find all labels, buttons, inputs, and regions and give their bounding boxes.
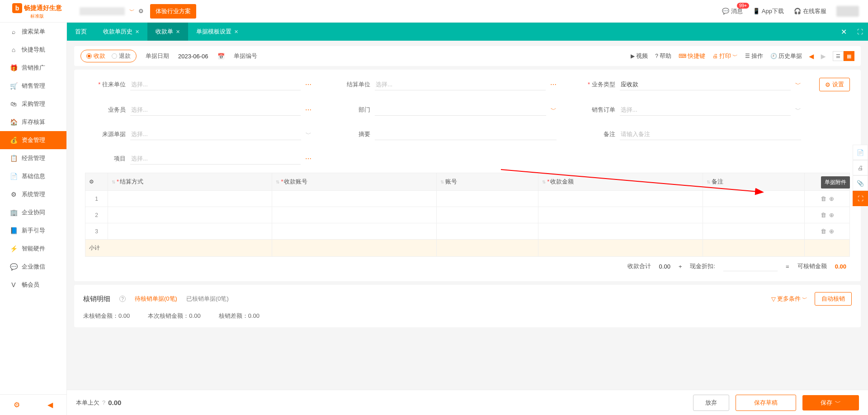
help-icon[interactable]: ? <box>102 399 105 406</box>
project-field[interactable]: 项目 ⋯ <box>85 153 311 165</box>
trial-button[interactable]: 体验行业方案 <box>150 4 196 19</box>
more-icon[interactable]: ⋯ <box>305 81 311 88</box>
radio-refund[interactable]: 退款 <box>112 52 131 60</box>
remark-input[interactable] <box>620 128 801 140</box>
project-input[interactable] <box>130 153 301 165</box>
video-button[interactable]: ▶ 视频 <box>631 52 648 60</box>
view-form-icon[interactable]: ▦ <box>844 51 854 61</box>
partner-input[interactable] <box>130 79 301 90</box>
delete-icon[interactable]: 🗑 <box>821 228 826 235</box>
col-amt[interactable]: ⇅*收款金额 <box>538 173 703 191</box>
nav-item-9[interactable]: ⚙系统管理 <box>0 185 66 203</box>
next-doc-icon[interactable]: ▶ <box>821 53 826 60</box>
nav-item-6[interactable]: 💰资金管理 <box>0 131 66 149</box>
biz-type-input[interactable] <box>620 79 791 90</box>
nav-item-11[interactable]: 📘新手引导 <box>0 222 66 240</box>
radio-receive[interactable]: 收款 <box>86 52 105 60</box>
dept-field[interactable]: 部门 ﹀ <box>330 104 556 116</box>
close-icon[interactable]: ✕ <box>234 29 238 35</box>
col-settle[interactable]: ⇅*结算方式 <box>108 173 272 191</box>
delete-icon[interactable]: 🗑 <box>821 195 826 202</box>
settle-unit-field[interactable]: 结算单位 ⋯ <box>330 78 556 91</box>
more-conditions-button[interactable]: ▽更多条件 ﹀ <box>771 295 807 303</box>
nav-item-10[interactable]: 🏢企业协同 <box>0 203 66 222</box>
nav-item-1[interactable]: ⌂快捷导航 <box>0 41 66 59</box>
col-remark[interactable]: ⇅备注 <box>703 173 804 191</box>
tab-1[interactable]: 收款单历史✕ <box>95 23 147 41</box>
close-icon[interactable]: ✕ <box>176 29 180 35</box>
tab-2[interactable]: 收款单✕ <box>147 23 188 41</box>
nav-item-3[interactable]: 🛒销售管理 <box>0 77 66 95</box>
biz-type-field[interactable]: 业务类型 ﹀ <box>575 78 801 91</box>
rail-expand-icon[interactable]: ⛶ <box>853 191 868 206</box>
summary-field[interactable]: 摘要 <box>330 128 556 140</box>
user-avatar[interactable] <box>836 6 859 17</box>
delete-icon[interactable]: 🗑 <box>821 212 826 218</box>
more-icon[interactable]: ⋯ <box>305 155 311 162</box>
more-icon[interactable]: ⋯ <box>305 106 311 113</box>
remark-field[interactable]: 备注 <box>575 128 801 140</box>
partner-field[interactable]: 往来单位 ⋯ <box>85 78 311 91</box>
settings-button[interactable]: ⚙设置 <box>819 78 850 91</box>
online-service-button[interactable]: 🎧 在线客服 <box>794 7 826 15</box>
table-settings-icon[interactable]: ⚙ <box>85 173 108 191</box>
table-row[interactable]: 3🗑⊕ <box>85 223 850 240</box>
chevron-down-icon[interactable]: ﹀ <box>795 106 801 114</box>
rail-draft-icon[interactable]: 📄 <box>853 145 868 160</box>
discount-input[interactable] <box>723 261 778 271</box>
history-button[interactable]: 🕘 历史单据 <box>770 52 802 60</box>
rail-attachment-icon[interactable]: 📎 <box>853 175 868 191</box>
calendar-icon[interactable]: 📅 <box>217 53 225 60</box>
chevron-down-icon[interactable]: ﹀ <box>551 106 557 114</box>
table-row[interactable]: 1🗑⊕ <box>85 191 850 207</box>
date-value[interactable]: 2023-06-06 <box>178 53 208 60</box>
help-button[interactable]: ? 帮助 <box>655 52 671 60</box>
rail-print-icon[interactable]: 🖨 <box>853 160 868 175</box>
add-row-icon[interactable]: ⊕ <box>829 195 834 202</box>
nav-item-13[interactable]: 💬企业微信 <box>0 258 66 276</box>
more-icon[interactable]: ⋯ <box>550 81 557 88</box>
summary-input[interactable] <box>375 128 556 140</box>
tab-pending[interactable]: 待核销单据(0笔) <box>135 295 177 303</box>
sales-order-input[interactable] <box>620 104 791 116</box>
nav-item-4[interactable]: 🛍采购管理 <box>0 95 66 113</box>
prev-doc-icon[interactable]: ◀ <box>809 53 814 60</box>
source-field[interactable]: 来源单据 ﹀ <box>85 128 311 140</box>
close-tab-button[interactable]: ✕ <box>835 28 852 36</box>
nav-item-12[interactable]: ⚡智能硬件 <box>0 240 66 258</box>
salesman-input[interactable] <box>130 104 301 116</box>
nav-item-0[interactable]: ⌕搜索菜单 <box>0 23 66 41</box>
nav-item-5[interactable]: 🏠库存核算 <box>0 113 66 131</box>
tab-done[interactable]: 已核销单据(0笔) <box>186 295 229 303</box>
sales-order-field[interactable]: 销售订单 ﹀ <box>575 104 801 116</box>
print-button[interactable]: 🖨 打印 ﹀ <box>712 52 738 60</box>
fullscreen-icon[interactable]: ⛶ <box>852 28 868 35</box>
settle-unit-input[interactable] <box>375 79 545 90</box>
discard-button[interactable]: 放弃 <box>693 395 729 411</box>
operate-button[interactable]: ☰ 操作 <box>745 52 763 60</box>
chevron-down-icon[interactable]: ﹀ <box>306 130 311 138</box>
gear-icon[interactable]: ⚙ <box>138 8 144 14</box>
view-list-icon[interactable]: ☰ <box>833 51 844 61</box>
company-selector[interactable]: ﹀ <box>80 7 135 15</box>
salesman-field[interactable]: 业务员 ⋯ <box>85 104 311 116</box>
nav-item-14[interactable]: V畅会员 <box>0 276 66 294</box>
add-row-icon[interactable]: ⊕ <box>829 212 834 218</box>
col-acctno[interactable]: ⇅账号 <box>436 173 538 191</box>
help-icon[interactable]: ? <box>119 296 126 302</box>
save-button[interactable]: 保存﹀ <box>802 395 859 410</box>
auto-verify-button[interactable]: 自动核销 <box>815 292 852 306</box>
shortcut-button[interactable]: ⌨ 快捷键 <box>679 52 705 60</box>
nav-item-2[interactable]: 🎁营销推广 <box>0 59 66 77</box>
add-row-icon[interactable]: ⊕ <box>829 228 834 235</box>
chevron-down-icon[interactable]: ﹀ <box>795 80 801 89</box>
source-input[interactable] <box>130 128 301 140</box>
tab-3[interactable]: 单据模板设置✕ <box>188 23 246 41</box>
nav-item-7[interactable]: 📋经营管理 <box>0 149 66 167</box>
messages-button[interactable]: 💬 消息 99+ <box>722 7 743 15</box>
settings-icon[interactable]: ⚙ <box>14 401 20 409</box>
col-acct[interactable]: ⇅*收款账号 <box>272 173 436 191</box>
app-download-button[interactable]: 📱 App下载 <box>753 7 784 15</box>
close-icon[interactable]: ✕ <box>135 29 139 35</box>
save-draft-button[interactable]: 保存草稿 <box>736 395 796 411</box>
